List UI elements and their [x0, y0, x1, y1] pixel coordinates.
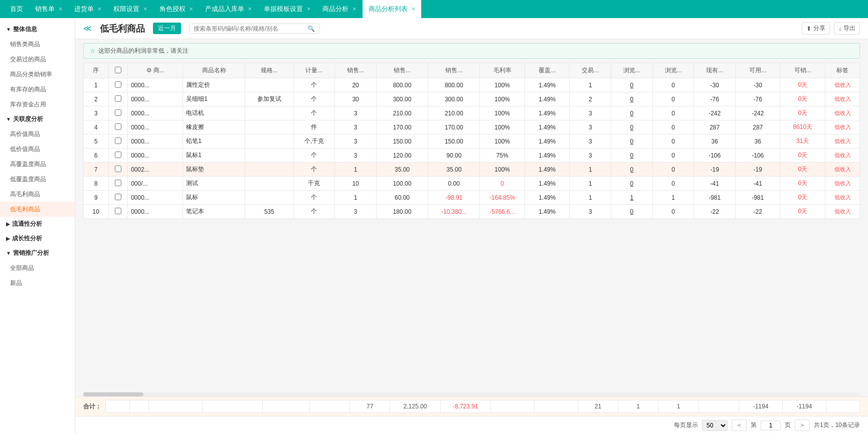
- cell-view1[interactable]: 0: [611, 177, 653, 191]
- cell-view2: 1: [652, 191, 694, 205]
- close-icon[interactable]: ×: [307, 5, 311, 13]
- cell-spec: 535: [245, 205, 293, 219]
- cell-check[interactable]: [108, 191, 128, 205]
- nav-product-analysis[interactable]: 商品分析 ×: [316, 0, 362, 18]
- col-header-current: 现有...: [694, 63, 736, 78]
- sidebar-item-low-coverage[interactable]: 低覆盖度商品: [0, 172, 75, 187]
- sidebar-item-high-coverage[interactable]: 高覆盖度商品: [0, 157, 75, 172]
- export-button[interactable]: ↓ 导出: [834, 22, 860, 35]
- page-title: 低毛利商品: [100, 23, 145, 35]
- row-checkbox[interactable]: [115, 194, 121, 200]
- sidebar-group-relevance[interactable]: ▼ 关联度分析: [0, 112, 75, 126]
- close-icon[interactable]: ×: [353, 5, 357, 13]
- cell-view1[interactable]: 0: [611, 120, 653, 134]
- search-input[interactable]: [194, 25, 307, 32]
- row-checkbox[interactable]: [115, 109, 121, 116]
- cell-check[interactable]: [108, 78, 128, 92]
- cell-sellable: 0天: [780, 163, 825, 177]
- row-checkbox[interactable]: [115, 166, 121, 172]
- nav-home[interactable]: 首页: [4, 0, 29, 18]
- cell-view1[interactable]: 0: [611, 78, 653, 92]
- cell-view1[interactable]: 0: [611, 106, 653, 120]
- close-icon[interactable]: ×: [98, 5, 102, 13]
- row-checkbox[interactable]: [115, 123, 121, 130]
- sidebar-item-all-products[interactable]: 全部商品: [0, 260, 75, 275]
- per-page-select[interactable]: 50 100 200: [702, 420, 728, 431]
- horizontal-scrollbar[interactable]: [83, 392, 860, 396]
- sidebar-item-new-products[interactable]: 新品: [0, 275, 75, 291]
- cell-name: 橡皮擦: [183, 120, 245, 134]
- page-number-input[interactable]: [761, 420, 781, 430]
- row-checkbox[interactable]: [115, 208, 121, 214]
- sidebar-item-high-value[interactable]: 高价值商品: [0, 126, 75, 141]
- close-icon[interactable]: ×: [189, 5, 193, 13]
- row-checkbox[interactable]: [115, 81, 121, 88]
- sidebar-item-low-value[interactable]: 低价值商品: [0, 141, 75, 157]
- next-page-button[interactable]: ＞: [795, 419, 810, 431]
- col-header-check[interactable]: [108, 63, 128, 78]
- sidebar-item-high-gross[interactable]: 高毛利商品: [0, 187, 75, 202]
- cell-sales-amount: 800.00: [428, 78, 480, 92]
- sidebar-item-inventory-capital[interactable]: 库存资金占用: [0, 97, 75, 112]
- sidebar-item-traded-products[interactable]: 交易过的商品: [0, 52, 75, 67]
- prev-page-button[interactable]: ＜: [732, 419, 747, 431]
- cell-view1[interactable]: 0: [611, 205, 653, 219]
- row-checkbox[interactable]: [115, 137, 121, 144]
- cell-check[interactable]: [108, 177, 128, 191]
- col-header-name: 商品名称: [183, 63, 245, 78]
- nav-roles[interactable]: 角色授权 ×: [153, 0, 199, 18]
- nav-analysis-list[interactable]: 商品分析列表 ×: [363, 0, 421, 18]
- row-checkbox[interactable]: [115, 152, 121, 158]
- cell-name: 测试: [183, 177, 245, 191]
- search-icon[interactable]: 🔍: [307, 25, 315, 32]
- close-icon[interactable]: ×: [248, 5, 252, 13]
- cell-view1[interactable]: 0: [611, 92, 653, 106]
- share-icon: ⬆: [806, 25, 811, 32]
- sidebar-group-growth[interactable]: ▶ 成长性分析: [0, 231, 75, 246]
- cell-sales-qty: 1: [335, 191, 377, 205]
- date-filter-button[interactable]: 近一月: [153, 23, 181, 34]
- col-header-settings[interactable]: ⚙ 商...: [128, 63, 183, 78]
- share-button[interactable]: ⬆ 分享: [802, 22, 830, 35]
- nav-template-settings[interactable]: 单据模板设置 ×: [258, 0, 316, 18]
- cell-view1[interactable]: 0: [611, 134, 653, 149]
- close-icon[interactable]: ×: [411, 5, 415, 13]
- cell-name: 笔记本: [183, 205, 245, 219]
- cell-tag: 低收入: [825, 163, 860, 177]
- cell-sellable: 0天: [780, 191, 825, 205]
- cell-check[interactable]: [108, 106, 128, 120]
- cell-sales-qty: 3: [335, 106, 377, 120]
- sidebar-group-label: 关联度分析: [13, 115, 43, 123]
- cell-check[interactable]: [108, 163, 128, 177]
- sidebar-group-marketing[interactable]: ▼ 营销推广分析: [0, 246, 75, 260]
- sidebar-item-category-rate[interactable]: 商品分类助销率: [0, 67, 75, 82]
- nav-permissions[interactable]: 权限设置 ×: [107, 0, 153, 18]
- cell-check[interactable]: [108, 92, 128, 106]
- nav-sales[interactable]: 销售单 ×: [29, 0, 68, 18]
- collapse-sidebar-icon[interactable]: ≪: [83, 24, 92, 33]
- nav-purchase[interactable]: 进货单 ×: [68, 0, 107, 18]
- cell-check[interactable]: [108, 134, 128, 149]
- sidebar-group-circulation[interactable]: ▶ 流通性分析: [0, 217, 75, 231]
- cell-view1[interactable]: 1: [611, 191, 653, 205]
- cell-cover: 1.49%: [525, 191, 570, 205]
- cell-check[interactable]: [108, 149, 128, 163]
- cell-check[interactable]: [108, 205, 128, 219]
- cell-check[interactable]: [108, 120, 128, 134]
- cell-sellable: 0天: [780, 149, 825, 163]
- sidebar-item-in-stock[interactable]: 有库存的商品: [0, 82, 75, 97]
- cell-view1[interactable]: 0: [611, 163, 653, 177]
- row-checkbox[interactable]: [115, 180, 121, 186]
- sidebar-item-sales-products[interactable]: 销售类商品: [0, 37, 75, 52]
- settings-icon[interactable]: ⚙: [146, 67, 152, 74]
- scrollbar-thumb[interactable]: [83, 392, 143, 396]
- sidebar-group-overall[interactable]: ▼ 整体信息: [0, 22, 75, 37]
- row-checkbox[interactable]: [115, 95, 121, 102]
- cell-name: 吴细细1: [183, 92, 245, 106]
- nav-product-inbound[interactable]: 产成品入库单 ×: [199, 0, 258, 18]
- select-all-checkbox[interactable]: [115, 67, 121, 73]
- close-icon[interactable]: ×: [143, 5, 147, 13]
- cell-view1[interactable]: 0: [611, 149, 653, 163]
- sidebar-item-low-gross[interactable]: 低毛利商品: [0, 202, 75, 217]
- close-icon[interactable]: ×: [59, 5, 63, 13]
